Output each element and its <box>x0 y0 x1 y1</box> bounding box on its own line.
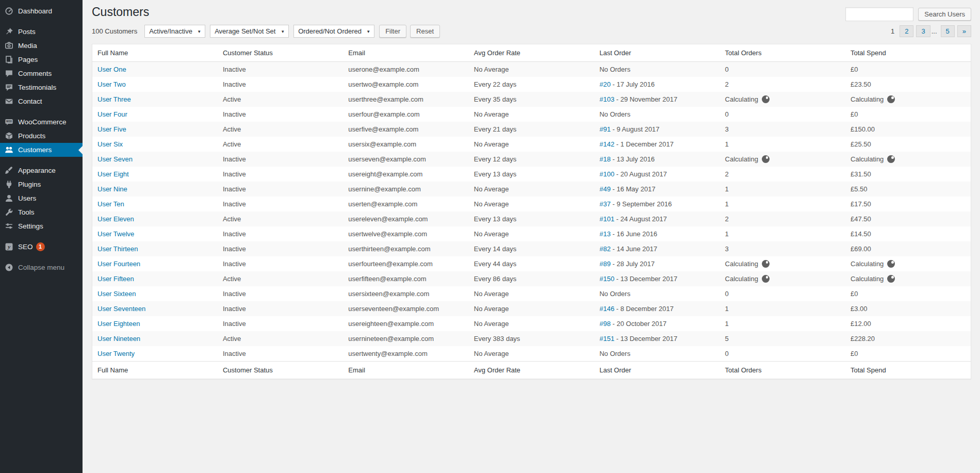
sidebar-item-comments[interactable]: Comments <box>0 67 83 80</box>
customer-name-link[interactable]: User Sixteen <box>97 290 136 298</box>
total-orders-value: 0 <box>725 290 729 298</box>
sidebar-item-tools[interactable]: Tools <box>0 205 83 219</box>
order-number-link[interactable]: #101 <box>599 215 614 223</box>
sidebar-item-customers[interactable]: Customers <box>0 143 83 157</box>
total-orders-cell: 1 <box>720 301 845 316</box>
sidebar-item-appearance[interactable]: Appearance <box>0 164 83 177</box>
customer-status-cell: Inactive <box>218 301 343 316</box>
page-5[interactable]: 5 <box>941 25 955 37</box>
customer-name-link[interactable]: User One <box>97 66 126 73</box>
avg-order-rate-cell: Every 13 days <box>469 211 594 226</box>
customer-name-link[interactable]: User Four <box>97 110 127 118</box>
svg-text:WOO: WOO <box>6 120 12 123</box>
email-cell: userfourteen@example.com <box>343 256 468 271</box>
order-number-link[interactable]: #100 <box>599 170 614 178</box>
order-number-link[interactable]: #20 <box>599 80 611 88</box>
column-footer: Avg Order Rate <box>469 362 594 379</box>
sidebar-item-media[interactable]: Media <box>0 39 83 53</box>
table-row-user-eight: User Eight Inactive usereight@example.co… <box>92 167 971 182</box>
last-order-cell: #37 - 9 September 2016 <box>594 197 720 211</box>
order-number-link[interactable]: #146 <box>599 305 614 313</box>
order-number-link[interactable]: #82 <box>599 245 611 253</box>
customer-name-link[interactable]: User Six <box>97 140 123 148</box>
last-order-cell: #49 - 16 May 2017 <box>594 182 720 197</box>
last-order-cell: #146 - 8 December 2017 <box>594 301 720 316</box>
customer-name-link[interactable]: User Fourteen <box>97 260 140 268</box>
last-order-text: - 1 December 2017 <box>614 140 674 148</box>
customer-name-link[interactable]: User Seventeen <box>97 305 145 313</box>
customer-name-link[interactable]: User Ten <box>97 200 124 208</box>
email-cell: usernine@example.com <box>343 182 468 197</box>
sidebar-item-contact[interactable]: Contact <box>0 94 83 108</box>
order-number-link[interactable]: #150 <box>599 275 614 283</box>
full-name-cell: User Nine <box>92 182 218 197</box>
email-cell: userthree@example.com <box>343 92 468 107</box>
sidebar-item-products[interactable]: Products <box>0 129 83 143</box>
order-number-link[interactable]: #89 <box>599 260 611 268</box>
customer-name-link[interactable]: User Eighteen <box>97 320 140 328</box>
admin-sidebar: Dashboard Posts Media Pages Comments Tes… <box>0 0 83 473</box>
filter-button[interactable]: Filter <box>379 25 406 38</box>
sidebar-item-posts[interactable]: Posts <box>0 25 83 39</box>
sidebar-item-seo[interactable]: y SEO 1 <box>0 240 83 254</box>
order-number-link[interactable]: #37 <box>599 200 611 208</box>
customer-name-link[interactable]: User Nineteen <box>97 335 140 342</box>
order-number-link[interactable]: #103 <box>599 95 614 103</box>
customer-name-link[interactable]: User Thirteen <box>97 245 138 253</box>
table-row-user-one: User One Inactive userone@example.com No… <box>92 62 971 77</box>
order-number-link[interactable]: #91 <box>599 125 611 133</box>
notification-badge: 1 <box>36 242 45 251</box>
status-filter-select[interactable]: Active/Inactive <box>144 25 205 38</box>
customer-status-cell: Active <box>218 122 343 137</box>
customer-name-link[interactable]: User Seven <box>97 155 133 163</box>
last-order-cell: #13 - 16 June 2016 <box>594 226 720 241</box>
customer-name-link[interactable]: User Twenty <box>97 350 135 357</box>
order-number-link[interactable]: #18 <box>599 155 611 163</box>
table-row-user-three: User Three Active userthree@example.com … <box>92 92 971 107</box>
email-cell: usereight@example.com <box>343 167 468 182</box>
customer-name-link[interactable]: User Two <box>97 80 126 88</box>
order-number-link[interactable]: #151 <box>599 335 614 342</box>
full-name-cell: User Thirteen <box>92 241 218 256</box>
page-3[interactable]: 3 <box>916 25 930 37</box>
page--[interactable]: » <box>957 25 971 37</box>
reset-button[interactable]: Reset <box>410 25 440 38</box>
search-input[interactable] <box>845 7 913 21</box>
sidebar-item-dashboard[interactable]: Dashboard <box>0 4 83 18</box>
customer-name-link[interactable]: User Eleven <box>97 215 134 223</box>
total-orders-value: 3 <box>725 245 729 253</box>
sidebar-item-testimonials[interactable]: Testimonials <box>0 80 83 94</box>
customer-name-link[interactable]: User Eight <box>97 170 129 178</box>
sidebar-item-woocommerce[interactable]: WOO WooCommerce <box>0 115 83 129</box>
total-orders-value: 5 <box>725 335 729 342</box>
search-users-button[interactable]: Search Users <box>918 8 971 21</box>
customer-status-cell: Active <box>218 137 343 152</box>
sidebar-item-collapse-menu[interactable]: Collapse menu <box>0 260 83 274</box>
customer-name-link[interactable]: User Twelve <box>97 230 134 238</box>
order-number-link[interactable]: #49 <box>599 185 611 193</box>
order-number-link[interactable]: #142 <box>599 140 614 148</box>
page-2[interactable]: 2 <box>900 25 913 37</box>
search-box: Search Users <box>845 7 971 21</box>
email-cell: usertwelve@example.com <box>343 226 468 241</box>
sidebar-item-users[interactable]: Users <box>0 191 83 205</box>
sidebar-item-label: Testimonials <box>18 84 56 91</box>
customer-name-link[interactable]: User Nine <box>97 185 127 193</box>
customer-name-link[interactable]: User Fifteen <box>97 275 134 283</box>
ordered-filter-select[interactable]: Ordered/Not Ordered <box>293 25 374 38</box>
avg-order-rate-cell: Every 383 days <box>469 331 594 346</box>
order-number-link[interactable]: #98 <box>599 320 611 328</box>
email-cell: usersixteen@example.com <box>343 286 468 301</box>
calculating-spinner-icon <box>762 95 770 103</box>
total-orders-cell: Calculating <box>720 92 845 107</box>
sidebar-item-plugins[interactable]: Plugins <box>0 177 83 191</box>
average-filter-select[interactable]: Average Set/Not Set <box>210 25 289 38</box>
sidebar-item-pages[interactable]: Pages <box>0 53 83 67</box>
order-number-link[interactable]: #13 <box>599 230 611 238</box>
customer-name-link[interactable]: User Three <box>97 95 131 103</box>
email-cell: usersix@example.com <box>343 137 468 152</box>
customer-name-link[interactable]: User Five <box>97 125 126 133</box>
sidebar-item-settings[interactable]: Settings <box>0 219 83 233</box>
total-orders-cell: 2 <box>720 211 845 226</box>
last-order-text: No Orders <box>599 66 630 73</box>
